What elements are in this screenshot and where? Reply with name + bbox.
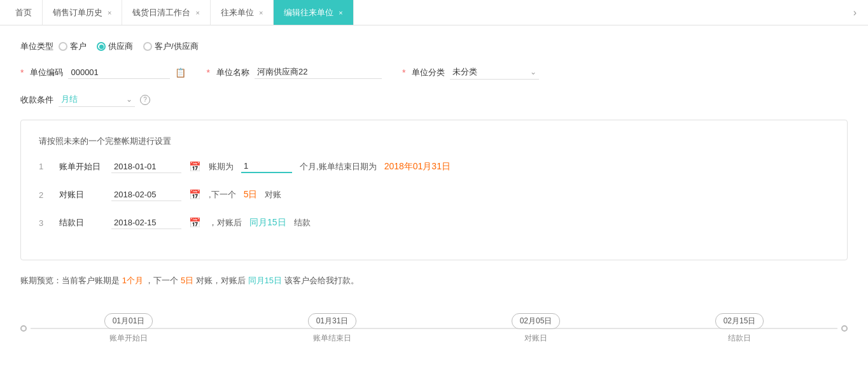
- preview-sep2: 对账，对账后: [196, 276, 246, 285]
- timeline-label-3: 对账日: [524, 333, 547, 344]
- help-icon[interactable]: ?: [140, 95, 150, 105]
- timeline-pill-2: 01月31日: [308, 313, 357, 329]
- timeline-label-2: 账单结束日: [313, 333, 351, 344]
- tab-edit-close[interactable]: ×: [339, 9, 342, 17]
- period-prefix: 账期为: [209, 161, 234, 172]
- unit-code-star: *: [20, 67, 24, 78]
- timeline-pill-1: 01月01日: [104, 313, 153, 329]
- period-end-date: 2018年01月31日: [384, 161, 451, 172]
- reconcile-date-input[interactable]: [111, 188, 181, 201]
- timeline-node-1: 01月01日 账单开始日: [104, 313, 153, 344]
- tab-edit-partner[interactable]: 编辑往来单位 ×: [274, 0, 353, 25]
- unit-category-label: 单位分类: [412, 67, 445, 78]
- timeline-container: 01月01日 账单开始日 01月31日 账单结束日 02月05日 对账日 02月…: [20, 303, 848, 354]
- preview-part2: 5日: [181, 276, 193, 285]
- radio-both-label: 客户/供应商: [155, 41, 199, 52]
- setting-row-1: 1 账单开始日 📅 账期为 个月,账单结束日期为 2018年01月31日: [39, 160, 829, 173]
- tab-home[interactable]: 首页: [5, 0, 43, 25]
- preview-sep1: ，下一个: [145, 276, 178, 285]
- tabs-bar: 首页 销售订单历史 × 钱货日清工作台 × 往来单位 × 编辑往来单位 × ›: [0, 0, 868, 25]
- unit-name-input[interactable]: [255, 66, 382, 79]
- radio-customer[interactable]: 客户: [59, 41, 87, 52]
- preview-suffix: 该客户会给我打款。: [284, 276, 359, 285]
- unit-code-field: * 单位编码 📋: [20, 66, 186, 79]
- row-num-1: 1: [39, 162, 52, 171]
- reconcile-suffix: 对账: [265, 189, 281, 201]
- tab-sales-order-history[interactable]: 销售订单历史 ×: [43, 0, 122, 25]
- timeline-node-2: 01月31日 账单结束日: [308, 313, 357, 344]
- tab-sales-close[interactable]: ×: [108, 9, 111, 17]
- tab-partner[interactable]: 往来单位 ×: [211, 0, 274, 25]
- timeline-node-3: 02月05日 对账日: [512, 313, 561, 344]
- start-date-calendar-icon[interactable]: 📅: [189, 161, 201, 172]
- unit-category-arrow: ⌄: [530, 67, 536, 76]
- reconcile-calendar-icon[interactable]: 📅: [189, 189, 201, 201]
- row-label-2: 对账日: [59, 189, 104, 201]
- unit-category-value: 未分类: [452, 66, 528, 78]
- period-input[interactable]: [241, 160, 292, 173]
- preview-part3: 同月15日: [248, 276, 282, 285]
- page-content: 单位类型 客户 供应商 客户/供应商 * 单位编码: [0, 25, 868, 387]
- payment-date-input[interactable]: [111, 216, 181, 229]
- timeline-label-4: 结款日: [728, 333, 751, 344]
- preview-part1: 1个月: [122, 276, 143, 285]
- payment-arrow: ⌄: [126, 95, 132, 104]
- payment-prefix: ，对账后: [209, 217, 242, 229]
- period-suffix: 个月,账单结束日期为: [300, 161, 377, 172]
- unit-category-star: *: [402, 67, 405, 78]
- radio-both[interactable]: 客户/供应商: [143, 41, 199, 52]
- unit-type-field: 单位类型 客户 供应商 客户/供应商: [20, 41, 199, 52]
- tab-cash-daily[interactable]: 钱货日清工作台 ×: [122, 0, 210, 25]
- unit-type-row: 单位类型 客户 供应商 客户/供应商: [20, 41, 848, 52]
- radio-customer-circle: [59, 42, 67, 51]
- payment-calendar-icon[interactable]: 📅: [189, 217, 201, 229]
- radio-supplier[interactable]: 供应商: [97, 41, 133, 52]
- row-label-3: 结款日: [59, 217, 104, 229]
- setting-row-3: 3 结款日 📅 ，对账后 同月15日 结款: [39, 216, 829, 229]
- payment-field: 收款条件 月结 ⌄ ?: [20, 92, 150, 107]
- payment-suffix: 结款: [294, 217, 311, 229]
- preview-section: 账期预览：当前客户账期是 1个月 ，下一个 5日 对账，对账后 同月15日 该客…: [20, 273, 848, 288]
- reconcile-prefix: ,下一个: [209, 189, 236, 201]
- payment-select[interactable]: 月结 ⌄: [59, 92, 135, 107]
- tab-partner-close[interactable]: ×: [259, 9, 263, 17]
- unit-category-field: * 单位分类 未分类 ⌄: [402, 65, 539, 80]
- tab-home-label: 首页: [15, 7, 32, 18]
- unit-name-star: *: [206, 67, 209, 78]
- tab-sales-label: 销售订单历史: [53, 7, 102, 18]
- unit-code-input[interactable]: [68, 66, 170, 79]
- payment-highlight: 同月15日: [249, 217, 286, 229]
- reconcile-highlight: 5日: [244, 189, 258, 201]
- unit-name-field: * 单位名称: [206, 66, 381, 79]
- timeline-start-node: [20, 325, 27, 332]
- tab-more-arrow[interactable]: ›: [847, 0, 863, 25]
- unit-type-label: 单位类型: [20, 41, 53, 52]
- setting-row-2: 2 对账日 📅 ,下一个 5日 对账: [39, 188, 829, 201]
- unit-name-label: 单位名称: [216, 67, 249, 78]
- payment-row: 收款条件 月结 ⌄ ?: [20, 92, 848, 107]
- radio-customer-label: 客户: [70, 41, 87, 52]
- tab-partner-label: 往来单位: [221, 7, 254, 18]
- timeline-pill-4: 02月15日: [715, 313, 764, 329]
- timeline-dot-end: [841, 325, 848, 332]
- row-num-3: 3: [39, 218, 52, 228]
- preview-prefix: 账期预览：当前客户账期是: [20, 276, 120, 285]
- unit-info-row: * 单位编码 📋 * 单位名称 * 单位分类 未分类 ⌄: [20, 65, 848, 80]
- timeline-node-4: 02月15日 结款日: [715, 313, 764, 344]
- tab-cash-close[interactable]: ×: [195, 9, 199, 17]
- radio-both-circle: [143, 42, 152, 51]
- settings-section: 请按照未来的一个完整帐期进行设置 1 账单开始日 📅 账期为 个月,账单结束日期…: [20, 120, 848, 260]
- row-label-1: 账单开始日: [59, 161, 104, 172]
- timeline-label-1: 账单开始日: [109, 333, 148, 344]
- radio-supplier-circle: [97, 42, 106, 51]
- unit-category-select[interactable]: 未分类 ⌄: [450, 65, 539, 80]
- payment-value: 月结: [61, 94, 123, 105]
- timeline-end-node: [841, 325, 848, 332]
- start-date-input[interactable]: [111, 160, 181, 173]
- payment-label: 收款条件: [20, 94, 53, 106]
- unit-code-label: 单位编码: [30, 67, 63, 78]
- copy-icon[interactable]: 📋: [175, 67, 186, 78]
- timeline-pill-3: 02月05日: [512, 313, 561, 329]
- tab-edit-label: 编辑往来单位: [284, 7, 333, 18]
- row-num-2: 2: [39, 190, 52, 200]
